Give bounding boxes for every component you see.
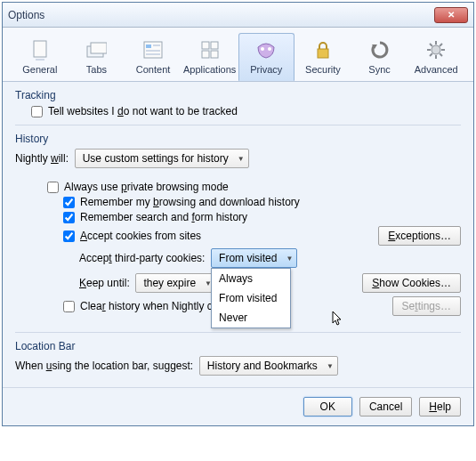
svg-point-14: [268, 47, 271, 51]
toolbar: General Tabs Content Applications Privac…: [3, 28, 473, 82]
cancel-button[interactable]: Cancel: [359, 397, 412, 417]
content-icon: [141, 37, 165, 62]
svg-rect-9: [202, 42, 209, 49]
tab-content[interactable]: Content: [125, 33, 182, 81]
chevron-down-icon: ▼: [238, 155, 245, 163]
keep-until-select[interactable]: they expire▼: [135, 273, 216, 293]
svg-rect-10: [211, 42, 218, 49]
accept-cookies-checkbox[interactable]: [63, 230, 75, 242]
chevron-down-icon: ▼: [286, 255, 293, 263]
close-button[interactable]: ✕: [434, 7, 468, 23]
history-heading: History: [15, 133, 461, 145]
tab-tabs[interactable]: Tabs: [69, 33, 125, 81]
help-button[interactable]: Help: [419, 397, 461, 417]
svg-rect-8: [146, 53, 160, 55]
suggest-label: When using the location bar, suggest:: [15, 360, 193, 372]
always-private-label[interactable]: Always use private browsing mode: [64, 181, 229, 193]
svg-rect-15: [318, 49, 328, 58]
dnt-label[interactable]: Tell websites I do not want to be tracke…: [48, 105, 238, 117]
accept-cookies-label[interactable]: Accept cookies from sites: [80, 230, 201, 242]
remember-browsing-checkbox[interactable]: [63, 197, 75, 208]
ok-button[interactable]: OK: [303, 397, 352, 417]
history-mode-select[interactable]: Use custom settings for history▼: [75, 149, 249, 168]
svg-rect-5: [146, 44, 151, 48]
svg-point-13: [261, 47, 264, 51]
clear-on-close-checkbox[interactable]: [63, 301, 75, 312]
svg-rect-7: [146, 50, 160, 52]
svg-rect-6: [153, 44, 160, 46]
privacy-mask-icon: [254, 37, 278, 62]
dropdown-option-always[interactable]: Always: [212, 269, 290, 288]
svg-rect-12: [211, 51, 218, 58]
location-suggest-select[interactable]: History and Bookmarks▼: [199, 356, 338, 376]
remember-search-checkbox[interactable]: [63, 212, 75, 223]
svg-rect-1: [36, 59, 44, 61]
tab-applications[interactable]: Applications: [182, 33, 238, 81]
window-title: Options: [8, 9, 434, 21]
svg-line-22: [430, 44, 432, 46]
svg-rect-0: [34, 41, 46, 57]
nightly-will-label: Nightly will:: [15, 152, 69, 165]
remember-search-label[interactable]: Remember search and form history: [80, 211, 247, 223]
dnt-checkbox[interactable]: [31, 106, 43, 117]
general-icon: [28, 37, 52, 62]
tracking-heading: Tracking: [15, 89, 461, 101]
titlebar: Options ✕: [3, 3, 473, 28]
show-cookies-button[interactable]: Show Cookies…: [362, 273, 461, 293]
dropdown-option-never[interactable]: Never: [212, 308, 290, 328]
location-bar-heading: Location Bar: [15, 340, 461, 352]
third-party-dropdown-menu: Always From visited Never: [211, 268, 291, 328]
exceptions-button[interactable]: Exceptions…: [378, 226, 461, 246]
third-party-label: Accept third-party cookies:: [79, 252, 205, 264]
chevron-down-icon: ▼: [327, 362, 334, 370]
applications-icon: [198, 37, 222, 62]
keep-until-label: Keep until:: [79, 277, 130, 289]
svg-rect-3: [91, 43, 107, 53]
third-party-select[interactable]: From visited▼ Always From visited Never: [211, 248, 297, 268]
svg-rect-11: [202, 51, 209, 58]
svg-line-25: [440, 44, 442, 46]
sync-icon: [367, 37, 392, 62]
dropdown-option-from-visited[interactable]: From visited: [212, 288, 290, 308]
always-private-checkbox[interactable]: [47, 182, 59, 193]
tab-advanced[interactable]: Advanced: [407, 33, 464, 81]
tabs-icon: [84, 37, 109, 62]
tab-general[interactable]: General: [12, 33, 69, 81]
svg-line-24: [430, 53, 432, 56]
tab-privacy[interactable]: Privacy: [238, 33, 295, 81]
dialog-footer: OK Cancel Help: [3, 387, 473, 425]
lock-icon: [311, 37, 335, 62]
tab-sync[interactable]: Sync: [351, 33, 408, 81]
tab-security[interactable]: Security: [294, 33, 351, 81]
gear-icon: [424, 37, 448, 62]
svg-line-23: [440, 53, 442, 56]
settings-button: Settings…: [392, 296, 461, 316]
remember-browsing-label[interactable]: Remember my browsing and download histor…: [80, 196, 300, 208]
svg-point-17: [432, 45, 440, 54]
